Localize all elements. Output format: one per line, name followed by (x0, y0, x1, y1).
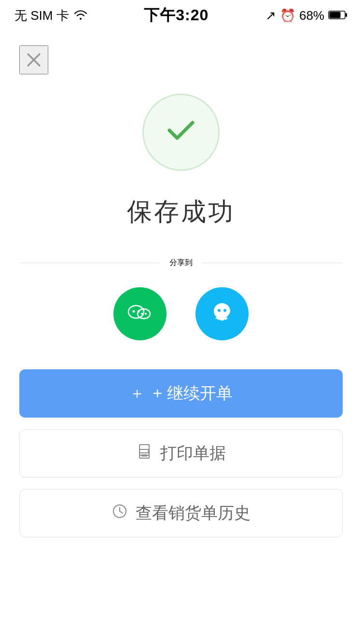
signal-text: 无 SIM 卡 (14, 7, 69, 24)
action-buttons: ＋ + 继续开单 打印单据 (19, 369, 343, 537)
wechat-share-button[interactable] (113, 287, 167, 340)
share-divider: 分享到 (19, 258, 343, 268)
print-icon (136, 443, 153, 463)
qq-share-button[interactable] (195, 287, 249, 340)
wifi-icon (74, 8, 87, 23)
svg-point-7 (133, 310, 135, 313)
share-section: 分享到 (19, 258, 343, 340)
share-icons (19, 287, 343, 340)
status-right: ↗ ⏰ 68% (265, 8, 348, 23)
svg-rect-1 (329, 12, 340, 18)
status-left: 无 SIM 卡 (14, 7, 87, 24)
svg-point-5 (128, 306, 144, 318)
success-circle (142, 94, 220, 171)
print-label: 打印单据 (160, 442, 226, 464)
svg-point-9 (141, 313, 143, 315)
svg-point-14 (218, 309, 221, 312)
svg-point-15 (223, 309, 226, 312)
svg-point-18 (148, 450, 150, 452)
battery-percent: 68% (299, 8, 324, 23)
location-icon: ↗ (265, 8, 276, 23)
print-button[interactable]: 打印单据 (19, 429, 343, 477)
battery-icon (328, 8, 348, 23)
svg-rect-16 (139, 445, 149, 449)
svg-point-10 (145, 313, 147, 315)
success-title: 保存成功 (127, 195, 235, 229)
svg-rect-2 (346, 13, 347, 17)
history-button[interactable]: 查看销货单历史 (19, 489, 343, 537)
svg-point-8 (138, 310, 140, 313)
continue-button[interactable]: ＋ + 继续开单 (19, 369, 343, 418)
checkmark-icon (162, 110, 200, 155)
alarm-icon: ⏰ (280, 8, 295, 23)
time-display: 下午3:20 (144, 5, 209, 26)
plus-icon: ＋ (129, 383, 145, 404)
share-label: 分享到 (169, 258, 193, 268)
continue-label: + 继续开单 (153, 382, 232, 405)
close-button[interactable] (19, 45, 48, 74)
history-icon (111, 503, 128, 523)
history-label: 查看销货单历史 (136, 502, 251, 524)
main-content: 保存成功 分享到 (0, 31, 362, 566)
status-bar: 无 SIM 卡 下午3:20 ↗ ⏰ 68% (0, 0, 362, 31)
svg-rect-13 (220, 318, 224, 321)
